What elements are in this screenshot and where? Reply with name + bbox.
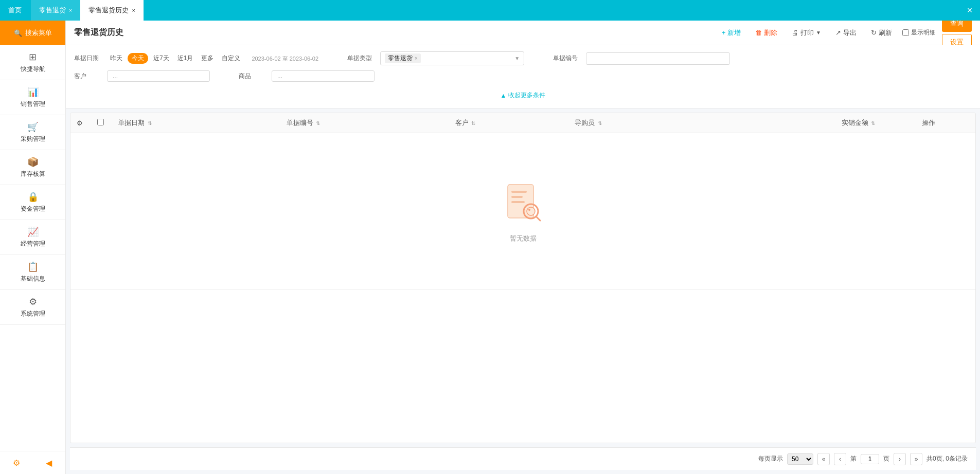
- system-icon: ⚙: [29, 296, 37, 307]
- window-close-button[interactable]: ×: [959, 0, 980, 21]
- tab-retail-return-history-label: 零售退货历史: [88, 6, 129, 15]
- date-range-display: 2023-06-02 至 2023-06-02: [252, 54, 318, 63]
- doc-type-tag-close[interactable]: ×: [415, 56, 418, 61]
- page-size-select[interactable]: 50 100 200: [787, 453, 813, 465]
- prev-page-button[interactable]: ‹: [834, 453, 846, 465]
- filter-row-1: 单据日期 昨天 今天 近7天 近1月 更多 自定义 2023-06-02 至 2…: [74, 51, 972, 65]
- tab-home[interactable]: 首页: [0, 0, 30, 21]
- sidebar-search-label: 搜索菜单: [25, 28, 52, 38]
- sidebar-item-operations-label: 经营管理: [21, 240, 45, 248]
- empty-state-row: 暂无数据: [70, 133, 975, 290]
- doc-type-tag: 零售退货 ×: [385, 53, 421, 63]
- customer-placeholder: ...: [113, 72, 118, 80]
- sidebar-item-basic-info-label: 基础信息: [21, 275, 45, 283]
- goods-select-button[interactable]: ...: [272, 70, 375, 82]
- sidebar-item-finance[interactable]: 🔒 资金管理: [0, 185, 65, 220]
- sidebar-item-system-label: 系统管理: [21, 309, 45, 318]
- sidebar-search[interactable]: 🔍 搜索菜单: [0, 21, 65, 45]
- sidebar-item-purchase-label: 采购管理: [21, 135, 45, 143]
- th-operations: 操作: [881, 113, 975, 133]
- first-page-button[interactable]: «: [817, 453, 830, 465]
- last-page-button[interactable]: »: [910, 453, 922, 465]
- collapse-button[interactable]: ▲ 收起更多条件: [492, 89, 554, 102]
- basic-info-icon: 📋: [27, 261, 39, 272]
- doc-no-input[interactable]: [586, 52, 730, 65]
- th-actual-amount[interactable]: 实销金额 ⇅: [712, 113, 881, 133]
- sidebar-item-inventory-label: 库存核算: [21, 170, 45, 178]
- add-button[interactable]: + 新增: [718, 26, 745, 40]
- tab-retail-return-history[interactable]: 零售退货历史 ×: [80, 0, 143, 21]
- date-btn-custom[interactable]: 自定义: [219, 53, 243, 64]
- export-button[interactable]: ↗ 导出: [831, 26, 861, 40]
- purchase-icon: 🛒: [27, 121, 39, 133]
- next-page-button[interactable]: ›: [894, 453, 906, 465]
- show-detail-checkbox-container[interactable]: 显示明细: [902, 28, 936, 37]
- sidebar-item-purchase-mgmt[interactable]: 🛒 采购管理: [0, 115, 65, 150]
- empty-state: 暂无数据: [77, 138, 969, 284]
- gear-icon: ⚙: [13, 458, 20, 468]
- svg-point-7: [528, 209, 530, 211]
- export-icon: ↗: [835, 29, 841, 37]
- sidebar-item-inventory[interactable]: 📦 库存核算: [0, 150, 65, 185]
- date-btn-today[interactable]: 今天: [128, 53, 148, 64]
- inventory-icon: 📦: [27, 156, 39, 168]
- svg-line-6: [536, 216, 540, 221]
- data-table: ⚙ 单据日期 ⇅ 单据编号 ⇅: [70, 113, 975, 290]
- select-all-checkbox[interactable]: [97, 119, 104, 125]
- chevron-left-icon: ◀: [46, 458, 52, 468]
- date-range-text: 2023-06-02 至 2023-06-02: [252, 55, 318, 63]
- page-number-input[interactable]: [861, 454, 879, 464]
- customer-sort-icon: ⇅: [471, 120, 475, 126]
- customer-select-button[interactable]: ...: [107, 70, 210, 82]
- tab-retail-return[interactable]: 零售退货 ×: [31, 0, 80, 21]
- settings-gear-icon: ⚙: [77, 119, 83, 127]
- print-dropdown-icon: ▼: [816, 30, 821, 35]
- empty-state-text: 暂无数据: [510, 234, 537, 243]
- sidebar-settings-button[interactable]: ⚙: [0, 451, 33, 474]
- th-checkbox[interactable]: [91, 113, 112, 133]
- total-records-text: 共0页, 0条记录: [926, 454, 968, 463]
- top-bar: 首页 零售退货 × 零售退货历史 × ×: [0, 0, 980, 21]
- main-layout: 🔍 搜索菜单 ⊞ 快捷导航 📊 销售管理 🛒 采购管理 📦 库存核算 🔒 资金管…: [0, 21, 980, 474]
- doc-no-label: 单据编号: [553, 54, 578, 63]
- sidebar-collapse-button[interactable]: ◀: [33, 451, 66, 474]
- date-btn-yesterday[interactable]: 昨天: [107, 53, 126, 64]
- doc-date-sort-icon: ⇅: [148, 120, 152, 126]
- tab-retail-return-history-close[interactable]: ×: [132, 7, 135, 13]
- sidebar-item-operations[interactable]: 📈 经营管理: [0, 220, 65, 255]
- show-detail-label: 显示明细: [911, 28, 936, 37]
- collapse-label: 收起更多条件: [508, 91, 545, 100]
- sidebar-item-sales-mgmt[interactable]: 📊 销售管理: [0, 80, 65, 115]
- sidebar-item-basic-info[interactable]: 📋 基础信息: [0, 255, 65, 290]
- svg-point-5: [527, 207, 535, 215]
- refresh-button[interactable]: ↻ 刷新: [867, 26, 896, 40]
- sidebar-item-quick-nav[interactable]: ⊞ 快捷导航: [0, 45, 65, 80]
- th-doc-no[interactable]: 单据编号 ⇅: [280, 113, 449, 133]
- tab-retail-return-close[interactable]: ×: [69, 7, 72, 13]
- query-button[interactable]: 查询: [942, 21, 972, 32]
- delete-icon: 🗑: [755, 29, 762, 37]
- operations-icon: 📈: [27, 226, 39, 238]
- sidebar-item-quick-nav-label: 快捷导航: [21, 65, 45, 74]
- date-btn-1month[interactable]: 近1月: [174, 53, 197, 64]
- filter-row-2: 客户 ... 商品 ...: [74, 70, 972, 82]
- date-btn-7days[interactable]: 近7天: [150, 53, 172, 64]
- th-guide[interactable]: 导购员 ⇅: [568, 113, 712, 133]
- th-customer[interactable]: 客户 ⇅: [449, 113, 569, 133]
- th-doc-date[interactable]: 单据日期 ⇅: [112, 113, 280, 133]
- refresh-icon: ↻: [871, 29, 877, 37]
- doc-type-select[interactable]: 零售退货 × ▼: [380, 51, 524, 65]
- empty-state-cell: 暂无数据: [70, 133, 975, 290]
- delete-button[interactable]: 🗑 删除: [751, 26, 781, 40]
- date-btn-more[interactable]: 更多: [198, 53, 217, 64]
- sales-icon: 📊: [27, 86, 39, 98]
- sidebar-item-system-mgmt[interactable]: ⚙ 系统管理: [0, 290, 65, 325]
- show-detail-checkbox[interactable]: [902, 29, 909, 36]
- doc-type-dropdown-icon: ▼: [514, 56, 520, 61]
- goods-placeholder: ...: [277, 72, 282, 80]
- th-settings[interactable]: ⚙: [70, 113, 91, 133]
- print-button[interactable]: 🖨 打印 ▼: [788, 26, 825, 40]
- pagination-bar: 每页显示 50 100 200 « ‹ 第 页 › » 共0页, 0条记录: [70, 447, 976, 470]
- svg-rect-1: [511, 191, 527, 193]
- doc-no-sort-icon: ⇅: [316, 120, 320, 126]
